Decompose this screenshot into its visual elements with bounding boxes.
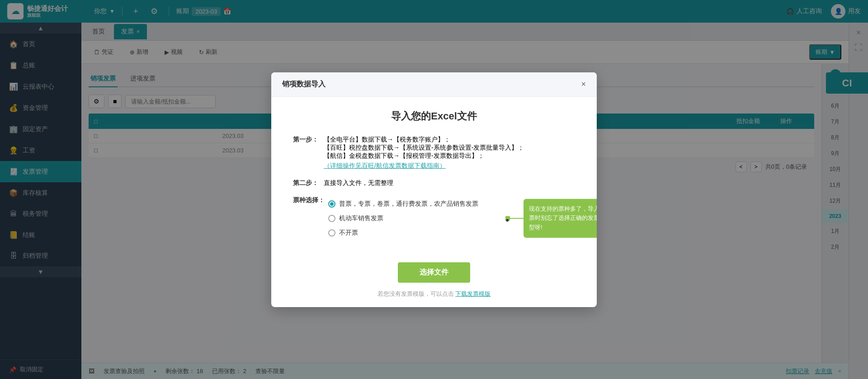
radio-circle-2 xyxy=(328,215,335,222)
radio-option-2[interactable]: 机动车销售发票 ● 现在支持的票种多了，导入发票时别忘了选择正确的发票类型呀! … xyxy=(328,214,478,223)
radio-circle-1 xyxy=(328,200,335,208)
tooltip-container: ● 现在支持的票种多了，导入发票时别忘了选择正确的发票类型呀! × xyxy=(505,199,597,237)
step1-line1: 【全电平台】数据下载→【税务数字账户】； xyxy=(324,136,524,144)
step1-line3: 【航信】金税盘数据下载→【报税管理-发票数据导出】； xyxy=(324,152,524,160)
modal-close-btn[interactable]: × xyxy=(581,80,586,89)
tooltip-dot: ● xyxy=(505,216,510,220)
ticket-label: 票种选择： xyxy=(293,196,325,204)
download-tip-text: 若您没有发票模版，可以点击 xyxy=(377,290,454,297)
download-tip: 若您没有发票模版，可以点击 下载发票模版 xyxy=(282,290,586,298)
tooltip-text: 现在支持的票种多了，导入发票时别忘了选择正确的发票类型呀! xyxy=(529,205,597,231)
ticket-row: 票种选择： 普票，专票，卷票，通行费发票，农产品销售发票 机动车销售发票 xyxy=(293,196,575,237)
radio-option-3[interactable]: 不开票 xyxy=(328,229,478,237)
radio-label-1: 普票，专票，卷票，通行费发票，农产品销售发票 xyxy=(339,200,478,208)
modal-body: 导入您的Excel文件 第一步： 【全电平台】数据下载→【税务数字账户】； 【百… xyxy=(271,97,597,259)
ticket-select-section: 票种选择： 普票，专票，卷票，通行费发票，农产品销售发票 机动车销售发票 xyxy=(293,196,575,237)
step1-row: 第一步： 【全电平台】数据下载→【税务数字账户】； 【百旺】税控盘数据下载→【系… xyxy=(293,136,575,170)
step1-label: 第一步： xyxy=(293,136,320,144)
step2-label: 第二步： xyxy=(293,179,320,187)
step1-guide-link[interactable]: （详细操作见百旺/航信发票数据下载指南） xyxy=(324,162,446,169)
import-modal: 销项数据导入 × 导入您的Excel文件 第一步： 【全电平台】数据下载→【税务… xyxy=(271,72,597,307)
tooltip-line xyxy=(510,218,524,218)
step2-row: 第二步： 直接导入文件，无需整理 xyxy=(293,179,575,187)
step1-line2: 【百旺】税控盘数据下载→【系统设置-系统参数设置-发票批量导入】； xyxy=(324,144,524,152)
step2-content: 直接导入文件，无需整理 xyxy=(324,179,393,187)
modal-footer: 选择文件 若您没有发票模版，可以点击 下载发票模版 xyxy=(271,259,597,307)
step1-section: 第一步： 【全电平台】数据下载→【税务数字账户】； 【百旺】税控盘数据下载→【系… xyxy=(293,136,575,170)
radio-group: 普票，专票，卷票，通行费发票，农产品销售发票 机动车销售发票 ● 现在支持的票种… xyxy=(328,200,478,237)
select-file-btn[interactable]: 选择文件 xyxy=(398,262,470,283)
radio-label-3: 不开票 xyxy=(339,229,358,237)
modal-overlay: 销项数据导入 × 导入您的Excel文件 第一步： 【全电平台】数据下载→【税务… xyxy=(0,0,868,379)
download-template-link[interactable]: 下载发票模版 xyxy=(455,290,491,297)
modal-header: 销项数据导入 × xyxy=(271,72,597,97)
step1-content: 【全电平台】数据下载→【税务数字账户】； 【百旺】税控盘数据下载→【系统设置-系… xyxy=(324,136,524,170)
modal-title: 销项数据导入 xyxy=(282,80,326,89)
tooltip-bubble: 现在支持的票种多了，导入发票时别忘了选择正确的发票类型呀! × xyxy=(524,199,597,237)
radio-label-2: 机动车销售发票 xyxy=(339,214,383,223)
radio-circle-3 xyxy=(328,229,335,237)
modal-main-title: 导入您的Excel文件 xyxy=(293,109,575,123)
radio-dot-1 xyxy=(330,202,334,206)
step2-section: 第二步： 直接导入文件，无需整理 xyxy=(293,179,575,187)
radio-option-1[interactable]: 普票，专票，卷票，通行费发票，农产品销售发票 xyxy=(328,200,478,208)
